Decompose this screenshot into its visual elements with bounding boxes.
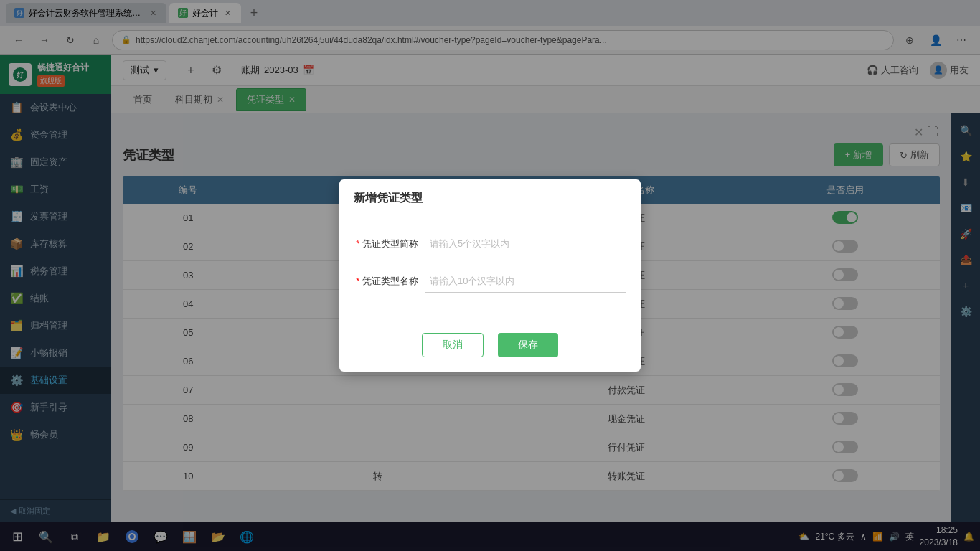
save-button[interactable]: 保存 [498,333,558,357]
abbr-label: * 凭证类型简称 [354,237,425,250]
name-input[interactable] [425,270,626,293]
modal-footer: 取消 保存 [339,324,641,372]
modal-overlay: 新增凭证类型 * 凭证类型简称 * 凭证类型名称 取消 保存 [0,0,980,551]
add-voucher-type-modal: 新增凭证类型 * 凭证类型简称 * 凭证类型名称 取消 保存 [339,179,641,372]
modal-title: 新增凭证类型 [339,179,641,215]
modal-body: * 凭证类型简称 * 凭证类型名称 [339,215,641,324]
abbr-input[interactable] [425,232,626,255]
cancel-button[interactable]: 取消 [422,333,484,357]
form-row-name: * 凭证类型名称 [354,270,626,293]
form-row-abbr: * 凭证类型简称 [354,232,626,255]
name-label: * 凭证类型名称 [354,275,425,288]
